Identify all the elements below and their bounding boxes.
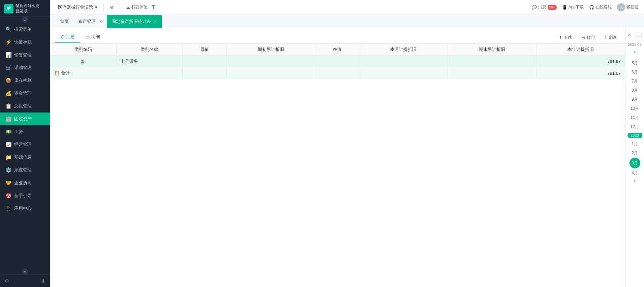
settings-icon[interactable]: ⚙	[5, 278, 9, 284]
month-item[interactable]: 1月	[627, 139, 642, 149]
cell-name: 电子设备	[116, 56, 183, 67]
scroll-down-arrow[interactable]: ▼	[632, 178, 638, 185]
fixed-assets-icon: 🏢	[5, 116, 11, 122]
tab-depreciation-label: 固定资产折旧统计表	[112, 19, 151, 24]
sub-tab-summary[interactable]: ⊙ 汇总	[55, 32, 80, 43]
basic-info-icon: 📁	[5, 154, 11, 160]
sidebar-footer: ⚙ ⏸	[0, 275, 50, 287]
collapse-icon[interactable]: ⏸	[40, 278, 45, 284]
refresh-label: 刷新	[609, 35, 617, 40]
summary-label: 汇总	[66, 34, 75, 40]
cell-net	[315, 56, 359, 67]
cell-closing	[448, 56, 536, 67]
month-item[interactable]: 7月	[627, 77, 642, 86]
main-area: 医疗器械行业演示 ▾ ⚙ ☁ 我要体验一下 💬 消息 99+ 📱 App下载	[50, 0, 644, 287]
total-opening	[226, 67, 315, 79]
tab-asset-mgmt-close[interactable]: ✕	[99, 20, 102, 24]
dropdown-icon: ▾	[95, 5, 97, 10]
print-icon: 🖨	[581, 35, 585, 40]
detail-icon: ☰	[86, 34, 90, 39]
sidebar-item-app-center[interactable]: 📱应用中心	[0, 202, 50, 215]
print-btn[interactable]: 🖨 打印	[579, 33, 597, 42]
settings-btn[interactable]: ⚙	[107, 4, 116, 11]
table-row[interactable]: 05 电子设备 791.67	[50, 56, 625, 67]
month-list: 5月6月7月8月9月10月11月12月20231月2月3月4月	[627, 55, 642, 178]
download-icon: ⬇	[559, 35, 562, 40]
sidebar-label: 工资	[14, 129, 23, 135]
sidebar-item-system[interactable]: ⚙️系统管理	[0, 164, 50, 177]
cell-opening	[226, 56, 315, 67]
online-service-btn[interactable]: 🎧 在线客服	[589, 4, 612, 10]
online-service-label: 在线客服	[595, 4, 612, 10]
cell-original	[183, 56, 226, 67]
month-item[interactable]: 12月	[627, 122, 642, 131]
app-download-btn[interactable]: 📱 App下载	[562, 4, 584, 10]
panel-close-icon[interactable]: ✕	[627, 32, 631, 37]
scroll-down-btn[interactable]: ▼	[22, 268, 28, 275]
total-closing	[448, 67, 536, 79]
refresh-btn[interactable]: ↻ 刷新	[602, 33, 620, 42]
sidebar-item-basic-info[interactable]: 📁基础信息	[0, 151, 50, 164]
month-item[interactable]: 11月	[627, 113, 642, 122]
table-wrap: 类别编码 类别名称 原值 期初累计折旧 净值 本月计提折旧 期末累计折旧 本年计…	[50, 43, 625, 79]
message-label: 消息	[538, 4, 546, 10]
sidebar-item-finance[interactable]: 💰资金管理	[0, 87, 50, 100]
operations-icon: 📈	[5, 141, 11, 148]
company-selector[interactable]: 医疗器械行业演示 ▾	[55, 3, 100, 12]
scroll-up-arrow[interactable]: ▲	[632, 48, 638, 55]
tab-home[interactable]: 首页	[55, 15, 73, 28]
sidebar-item-ledger[interactable]: 📋总账管理	[0, 100, 50, 113]
sidebar-item-payroll[interactable]: 💵工资	[0, 125, 50, 138]
experience-btn[interactable]: ☁ 我要体验一下	[123, 3, 158, 11]
sidebar-label: 总账管理	[14, 103, 32, 109]
sidebar-item-guide[interactable]: 🎯新手引导	[0, 189, 50, 202]
month-item[interactable]: 10月	[627, 104, 642, 113]
tab-depreciation-close[interactable]: ✕	[154, 20, 157, 24]
sidebar-item-operations[interactable]: 📈经营管理	[0, 138, 50, 151]
month-item[interactable]: 5月	[627, 59, 642, 68]
month-item[interactable]: 2月	[627, 149, 642, 158]
app-center-icon: 📱	[5, 205, 11, 212]
phone-icon: 📱	[562, 5, 567, 10]
month-item[interactable]: 9月	[627, 95, 642, 104]
topbar: 医疗器械行业演示 ▾ ⚙ ☁ 我要体验一下 💬 消息 99+ 📱 App下载	[50, 0, 644, 15]
system-icon: ⚙️	[5, 167, 11, 173]
sidebar-label: 搜索菜单	[14, 26, 32, 32]
month-item[interactable]: 8月	[627, 86, 642, 95]
panel-expand-icon[interactable]: ⛶	[638, 32, 642, 37]
tab-depreciation-report[interactable]: 固定资产折旧统计表 ✕	[107, 15, 162, 28]
tab-home-label: 首页	[60, 19, 69, 24]
headset-icon: 🎧	[589, 5, 594, 10]
sidebar-item-quick-nav[interactable]: ⚡快捷导航	[0, 36, 50, 49]
col-annual-depreciation: 本年计提折旧	[536, 44, 625, 56]
message-icon: 💬	[532, 5, 537, 10]
sidebar-label: 系统管理	[14, 167, 32, 173]
sub-tab-detail[interactable]: ☰ 明细	[80, 32, 105, 43]
topbar-divider	[103, 4, 104, 11]
gear-small-icon: ⚙	[110, 5, 114, 10]
download-btn[interactable]: ⬇ 下载	[556, 33, 575, 42]
content-main: ⊙ 汇总 ☰ 明细 ⬇ 下载 🖨 打印	[50, 28, 625, 287]
sidebar-item-purchase[interactable]: 🛒采购管理	[0, 61, 50, 74]
col-category-code: 类别编码	[50, 44, 117, 56]
col-net-value: 净值	[315, 44, 359, 56]
month-item[interactable]: 3月	[630, 158, 640, 168]
sidebar-item-fixed-assets[interactable]: 🏢固定资产	[0, 113, 50, 125]
sidebar-item-inventory[interactable]: 📦库存核算	[0, 74, 50, 87]
sidebar-nav: 🔍搜索菜单⚡快捷导航📊销售管理🛒采购管理📦库存核算💰资金管理📋总账管理🏢固定资产…	[0, 23, 50, 268]
month-item[interactable]: 6月	[627, 68, 642, 77]
sidebar-item-enterprise[interactable]: 🤝企业协同	[0, 177, 50, 189]
user-menu[interactable]: 人 畅捷通	[617, 3, 639, 11]
month-item[interactable]: 4月	[627, 168, 642, 178]
avatar: 人	[617, 3, 625, 11]
sidebar-item-search[interactable]: 🔍搜索菜单	[0, 23, 50, 36]
tab-asset-mgmt[interactable]: 资产管理 ✕	[73, 15, 107, 28]
app-download-label: App下载	[569, 4, 584, 10]
toolbar: ⬇ 下载 🖨 打印 ↻ 刷新	[556, 33, 620, 42]
scroll-up-btn[interactable]: ▲	[22, 17, 28, 23]
message-btn[interactable]: 💬 消息 99+	[532, 4, 557, 10]
col-opening-accumulated: 期初累计折旧	[226, 44, 315, 56]
total-annual: 791.67	[536, 67, 625, 79]
sidebar-item-sales[interactable]: 📊销售管理	[0, 49, 50, 61]
col-monthly-depreciation: 本月计提折旧	[359, 44, 448, 56]
